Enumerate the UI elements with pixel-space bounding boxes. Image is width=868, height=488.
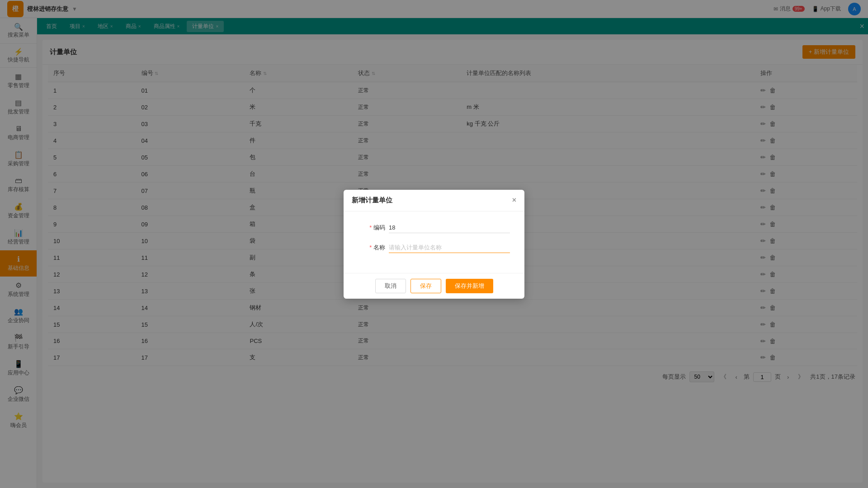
code-input[interactable] — [389, 222, 510, 233]
form-row-code: * 编码 — [358, 222, 510, 233]
modal-close-button[interactable]: × — [512, 196, 516, 204]
code-label: * 编码 — [358, 224, 385, 232]
name-label: * 名称 — [358, 244, 385, 252]
modal-title: 新增计量单位 — [352, 196, 392, 205]
code-required-mark: * — [369, 224, 372, 231]
save-button[interactable]: 保存 — [410, 279, 441, 293]
modal-overlay[interactable]: 新增计量单位 × * 编码 * 名称 取消 保存 保存并新增 — [0, 0, 868, 488]
add-unit-modal: 新增计量单位 × * 编码 * 名称 取消 保存 保存并新增 — [344, 190, 524, 299]
name-required-mark: * — [369, 244, 372, 251]
name-input[interactable] — [389, 242, 510, 253]
modal-body: * 编码 * 名称 — [344, 211, 524, 273]
save-and-new-button[interactable]: 保存并新增 — [446, 279, 493, 293]
cancel-button[interactable]: 取消 — [375, 279, 406, 293]
form-row-name: * 名称 — [358, 242, 510, 253]
modal-footer: 取消 保存 保存并新增 — [344, 273, 524, 299]
modal-header: 新增计量单位 × — [344, 190, 524, 211]
